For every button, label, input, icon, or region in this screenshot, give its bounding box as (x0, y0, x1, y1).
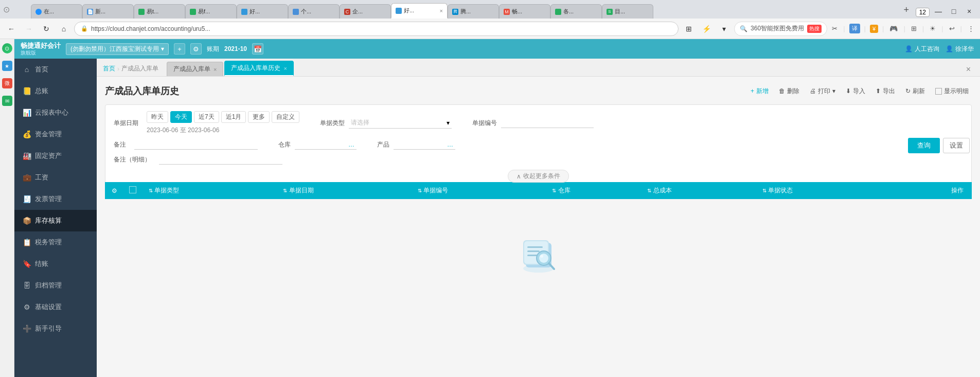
app-icon-1[interactable]: ⊙ (2, 43, 12, 53)
date-1month-btn[interactable]: 近1月 (221, 111, 246, 123)
col-checkbox[interactable] (123, 182, 142, 199)
tab-qi[interactable]: C 企... (340, 4, 391, 19)
period-calendar-button[interactable]: 📅 (252, 43, 263, 55)
tab-ge[interactable]: 个... (288, 4, 340, 19)
game-icon[interactable]: 🎮 (888, 25, 899, 32)
sidebar-item-checkout[interactable]: 🔖 结账 (14, 253, 97, 275)
page-tab-list-close[interactable]: × (213, 66, 217, 73)
maximize-button[interactable]: □ (947, 6, 960, 17)
search-button[interactable]: 查询 (908, 138, 940, 153)
col-bill-type[interactable]: ⇅ 单据类型 (142, 182, 276, 199)
collapse-filter-button[interactable]: ∧ 收起更多条件 (508, 170, 569, 183)
page-tab-history-close[interactable]: × (283, 65, 287, 71)
translate-icon[interactable]: 译 (849, 24, 860, 33)
undo-icon[interactable]: ↩ (948, 25, 956, 32)
col-warehouse[interactable]: ⇅ 仓库 (545, 182, 640, 199)
tab-new[interactable]: 📄 新... (82, 4, 134, 19)
app-icon-4[interactable]: ✉ (2, 96, 12, 106)
new-record-button[interactable]: + 新增 (747, 85, 772, 97)
sidebar-item-inventory[interactable]: 📦 库存核算 (14, 210, 97, 231)
sidebar-item-home[interactable]: ⌂ 首页 (14, 59, 97, 80)
app-icon-3[interactable]: 微 (2, 78, 12, 88)
sidebar-item-archive[interactable]: 🗄 归档管理 (14, 275, 97, 296)
tab-hao1[interactable]: 好... (237, 4, 288, 19)
company-settings-button[interactable]: ⚙ (190, 43, 202, 55)
date-custom-btn[interactable]: 自定义 (272, 111, 299, 123)
tab-teng[interactable]: 腾 腾... (448, 4, 499, 19)
scissors-icon[interactable]: ✂ (830, 25, 839, 32)
tab-hao2-active[interactable]: 好... × (391, 3, 448, 19)
page-tab-bill-history[interactable]: 产成品入库单历史 × (224, 61, 293, 76)
sidebar-item-fund[interactable]: 💰 资金管理 (14, 123, 97, 145)
close-browser-button[interactable]: × (963, 6, 976, 17)
yen-icon[interactable]: ¥ (870, 25, 878, 33)
delete-button[interactable]: 🗑 删除 (776, 85, 803, 97)
layout-icon[interactable]: ⊞ (910, 25, 918, 32)
breadcrumb-home[interactable]: 首页 (103, 64, 115, 73)
sidebar-item-reports[interactable]: 📊 云报表中心 (14, 102, 97, 123)
note-detail-input[interactable] (159, 155, 282, 165)
empty-state (105, 199, 972, 286)
tab-close-active[interactable]: × (440, 8, 443, 14)
bill-number-input[interactable] (501, 118, 594, 128)
bill-type-select[interactable]: 请选择 ▾ (349, 117, 452, 129)
refresh-button[interactable]: ↻ 刷新 (902, 85, 928, 97)
tab-yit1[interactable]: 易t... (134, 4, 185, 19)
sidebar-item-salary[interactable]: 💼 工资 (14, 167, 97, 188)
dropdown-button[interactable]: ▾ (717, 22, 731, 36)
sidebar-item-invoice[interactable]: 🧾 发票管理 (14, 188, 97, 210)
breadcrumb: 首页 › 产成品入库单 (103, 64, 158, 76)
breadcrumb-sep1: › (117, 65, 119, 73)
close-panel-button[interactable]: × (963, 65, 974, 74)
fixed-assets-icon: 🏭 (23, 152, 31, 160)
sidebar-item-fixed-assets[interactable]: 🏭 固定资产 (14, 145, 97, 167)
tab-count-badge[interactable]: 12 (916, 8, 930, 17)
extensions-button[interactable]: ⊞ (682, 22, 696, 36)
lightning-button[interactable]: ⚡ (699, 22, 714, 36)
print-button[interactable]: 🖨 打印 ▾ (807, 85, 839, 97)
new-tab-button[interactable]: + (899, 3, 914, 17)
date-7days-btn[interactable]: 近7天 (194, 111, 219, 123)
sidebar-item-tax[interactable]: 📋 税务管理 (14, 231, 97, 253)
tab-ge2[interactable]: 各... (550, 4, 602, 19)
date-today-btn[interactable]: 今天 (170, 111, 192, 123)
tab-mu[interactable]: S 目... (602, 4, 653, 19)
col-gear[interactable]: ⚙ (105, 182, 123, 199)
nav-refresh-button[interactable]: ↻ (39, 22, 54, 36)
select-all-checkbox[interactable] (129, 186, 136, 193)
fund-icon: 💰 (23, 130, 31, 138)
sidebar-label-salary: 工资 (35, 173, 48, 182)
col-bill-status[interactable]: ⇅ 单据状态 (756, 182, 890, 199)
tab-chang[interactable]: M 畅... (499, 4, 550, 19)
col-total-cost[interactable]: ⇅ 总成本 (640, 182, 755, 199)
user-service-button[interactable]: 👤 人工咨询 (905, 45, 939, 53)
date-yesterday-btn[interactable]: 昨天 (147, 111, 168, 123)
nav-forward-button[interactable]: → (22, 22, 36, 36)
nav-home-button[interactable]: ⌂ (57, 22, 71, 36)
col-bill-date[interactable]: ⇅ 单据日期 (276, 182, 411, 199)
export-button[interactable]: ⬆ 导出 (872, 85, 898, 97)
more-icon[interactable]: ⋮ (966, 25, 976, 32)
minimize-button[interactable]: — (932, 6, 945, 17)
tab-yif[interactable]: 易f... (185, 4, 237, 19)
nav-back-button[interactable]: ← (4, 22, 19, 36)
plus-icon: + (751, 87, 754, 95)
home-icon: ⌂ (23, 65, 31, 74)
sidebar-item-settings[interactable]: ⚙ 基础设置 (14, 296, 97, 318)
sun-icon[interactable]: ☀ (928, 25, 937, 32)
company-selector[interactable]: (勿删勿禁用）江西服宝测试专用 ▾ (66, 43, 169, 55)
col-bill-number[interactable]: ⇅ 单据编号 (411, 182, 545, 199)
app-icon-2[interactable]: ★ (2, 61, 12, 71)
user-name-button[interactable]: 👤 徐泽华 (946, 45, 974, 53)
filter-settings-button[interactable]: 设置 (943, 138, 970, 153)
date-more-btn[interactable]: 更多 (248, 111, 270, 123)
tab-zaihao[interactable]: 在... (31, 4, 82, 19)
search-bar[interactable]: 🔍 360智能抠图免费用 热搜 (734, 22, 827, 36)
add-company-button[interactable]: + (174, 43, 185, 55)
import-button[interactable]: ⬇ 导入 (843, 85, 868, 97)
sidebar-item-ledger[interactable]: 📒 总账 (14, 80, 97, 102)
address-bar[interactable]: 🔒 https://cloud.chanjet.com/accounting/u… (74, 22, 679, 36)
checkbox-display[interactable] (935, 88, 942, 95)
page-tab-bill-list[interactable]: 产成品入库单 × (167, 62, 223, 76)
sidebar-item-newbill[interactable]: ➕ 新手引导 (14, 318, 97, 339)
